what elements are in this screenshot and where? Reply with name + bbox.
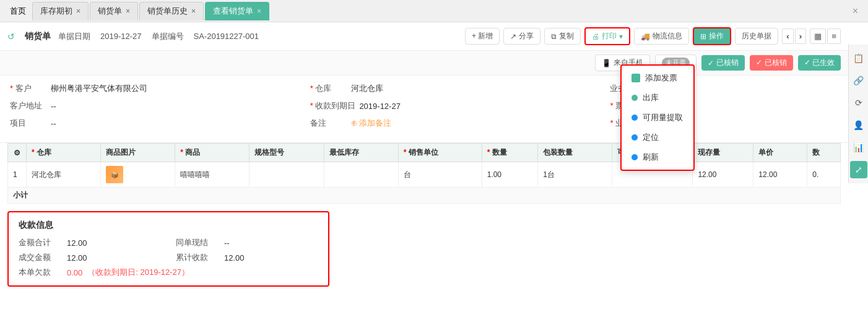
- subtotal-row: 小计: [8, 188, 841, 204]
- row-image: 📦: [101, 162, 175, 188]
- deal-amount-row: 成交金额 12.00: [19, 252, 161, 263]
- refresh-icon: [631, 154, 638, 160]
- doc-number-label: 单据编号: [152, 31, 184, 42]
- col-pack-qty: 包装数量: [538, 144, 612, 162]
- arrears-note: （收款到期日: 2019-12-27）: [87, 267, 189, 278]
- effective-icon: ✓: [804, 58, 810, 67]
- address-field: 客户地址 --: [10, 100, 295, 111]
- print-icon: 🖨: [592, 32, 599, 41]
- row-price: 12.00: [753, 162, 807, 188]
- tab-bar: 首页 库存期初 × 销货单 × 销货单历史 × 查看销货单 × ×: [0, 0, 868, 22]
- sidebar-doc-icon[interactable]: 📋: [850, 50, 867, 67]
- window-close-button[interactable]: ×: [848, 3, 863, 19]
- tab-view-sales-close[interactable]: ×: [257, 7, 261, 15]
- row-min-stock: [324, 162, 398, 188]
- sidebar-expand-icon[interactable]: ⤢: [850, 161, 867, 178]
- col-settings[interactable]: ⚙: [8, 144, 27, 162]
- project-field: 项目 --: [10, 118, 295, 129]
- summary-title: 收款信息: [19, 220, 318, 231]
- operations-icon: ⊞: [700, 32, 706, 41]
- grid-view-button[interactable]: ▦: [810, 28, 826, 44]
- phone-icon: 📱: [602, 59, 611, 67]
- out-warehouse-icon: [631, 95, 638, 101]
- sold-label: 已核销: [765, 58, 787, 67]
- note-label: 备注: [310, 118, 347, 129]
- share-icon: ↗: [510, 32, 516, 41]
- prev-button[interactable]: ‹: [782, 28, 793, 44]
- customer-field: 客户 柳州粤港平安气体有限公司: [10, 83, 295, 94]
- same-order-value: --: [224, 238, 230, 248]
- deal-amount-value: 12.00: [67, 253, 87, 263]
- row-spec: [250, 162, 324, 188]
- arrears-row: 本单欠款 0.00 （收款到期日: 2019-12-27）: [19, 267, 318, 278]
- list-view-button[interactable]: ≡: [827, 28, 841, 44]
- add-invoice-label: 添加发票: [645, 72, 677, 84]
- product-table-container: ⚙ 仓库 商品图片 商品 规格型号 最低库存 销售单位 数量 包装数量 可用量 …: [0, 143, 848, 204]
- refresh-item[interactable]: 刷新: [622, 147, 693, 167]
- nav-arrows: ‹ ›: [782, 28, 806, 44]
- warehouse-label: 仓库: [310, 83, 347, 94]
- sidebar-link-icon[interactable]: 🔗: [850, 72, 867, 89]
- check-label: 已核销: [716, 58, 739, 68]
- warehouse-field: 仓库 河北仓库: [310, 83, 596, 94]
- refresh-label: 刷新: [643, 152, 659, 163]
- view-toggle: ▦ ≡: [810, 28, 841, 44]
- operations-label: 操作: [709, 31, 724, 41]
- customer-value: 柳州粤港平安气体有限公司: [51, 83, 147, 94]
- next-button[interactable]: ›: [795, 28, 806, 44]
- check-button[interactable]: ✓ 已核销: [701, 55, 745, 71]
- address-label: 客户地址: [10, 100, 47, 111]
- sidebar-refresh-icon[interactable]: ⟳: [850, 94, 867, 111]
- sold-button[interactable]: ✓ 已核销: [750, 55, 792, 71]
- history-button[interactable]: 历史单据: [735, 28, 778, 45]
- tab-home[interactable]: 首页: [5, 2, 31, 20]
- col-min-stock: 最低库存: [324, 144, 398, 162]
- available-qty-item[interactable]: 可用量提取: [622, 108, 693, 128]
- arrears-value: 0.00: [67, 268, 82, 277]
- copy-button[interactable]: ⧉ 复制: [544, 28, 581, 45]
- tab-sales-history-close[interactable]: ×: [191, 7, 196, 15]
- row-unit: 台: [398, 162, 482, 188]
- payment-date-value: 2019-12-27: [359, 102, 401, 111]
- row-amount: 0.: [807, 162, 841, 188]
- share-label: 分享: [519, 31, 534, 41]
- available-qty-icon: [631, 115, 638, 121]
- share-button[interactable]: ↗ 分享: [503, 28, 540, 45]
- col-image: 商品图片: [101, 144, 175, 162]
- tab-inventory-close[interactable]: ×: [76, 7, 80, 15]
- arrears-label: 本单欠款: [19, 267, 62, 278]
- tab-sales-history-label: 销货单历史: [147, 6, 188, 17]
- col-unit: 销售单位: [398, 144, 482, 162]
- add-invoice-item[interactable]: 添加发票: [622, 68, 693, 88]
- tab-sales-close[interactable]: ×: [126, 7, 130, 15]
- doc-header: ↺ 销货单 单据日期 2019-12-27 单据编号 SA-20191227-0…: [0, 22, 848, 51]
- operations-button[interactable]: ⊞ 操作: [693, 27, 731, 45]
- col-product: 商品: [175, 144, 250, 162]
- locate-item[interactable]: 定位: [622, 128, 693, 147]
- logistics-button[interactable]: 🚚 物流信息: [634, 28, 689, 45]
- col-price: 单价: [753, 144, 807, 162]
- tab-inventory[interactable]: 库存期初 ×: [32, 2, 89, 20]
- total-value: 12.00: [67, 238, 87, 248]
- doc-number-value: SA-20191227-001: [194, 32, 259, 41]
- new-button[interactable]: + 新增: [465, 28, 500, 45]
- warehouse-value: 河北仓库: [351, 83, 383, 94]
- print-button[interactable]: 🖨 打印 ▾: [584, 27, 630, 45]
- row-quantity: 1.00: [482, 162, 538, 188]
- row-product: 嘻嘻嘻嘻: [175, 162, 250, 188]
- print-label: 打印: [602, 31, 617, 41]
- tab-view-sales[interactable]: 查看销货单 ×: [205, 2, 269, 20]
- tab-sales-history[interactable]: 销货单历史 ×: [139, 2, 204, 20]
- payment-date-label: 收款到期日: [310, 100, 356, 111]
- doc-date-value: 2019-12-27: [100, 32, 142, 41]
- out-warehouse-item[interactable]: 出库: [622, 88, 693, 108]
- locate-icon: [631, 134, 638, 141]
- product-table: ⚙ 仓库 商品图片 商品 规格型号 最低库存 销售单位 数量 包装数量 可用量 …: [7, 143, 841, 204]
- add-note-button[interactable]: 添加备注: [351, 118, 392, 129]
- tab-sales-label: 销货单: [98, 6, 122, 17]
- tab-sales[interactable]: 销货单 ×: [90, 2, 138, 20]
- cumulative-label: 累计收款: [176, 252, 219, 263]
- sidebar-user-icon[interactable]: 👤: [850, 116, 867, 134]
- sidebar-chart-icon[interactable]: 📊: [850, 139, 867, 156]
- effective-button[interactable]: ✓ 已生效: [798, 55, 841, 71]
